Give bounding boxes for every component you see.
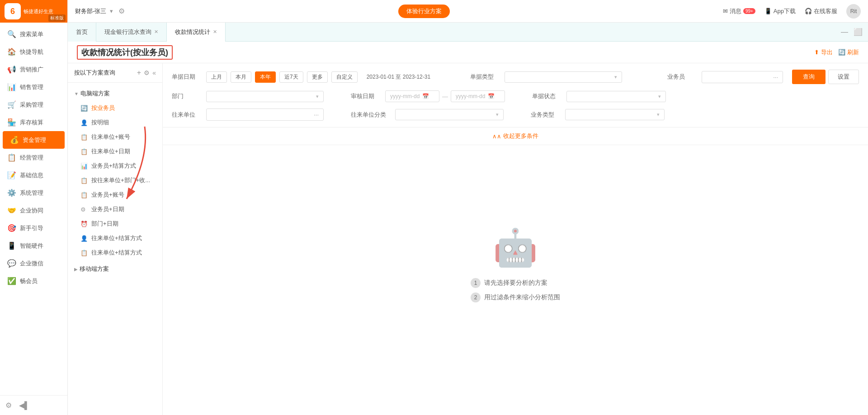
- salesperson-dots-icon[interactable]: ···: [773, 74, 778, 80]
- sidebar-item-guide[interactable]: 🎯 新手引导: [0, 219, 67, 237]
- query-button[interactable]: 查询: [792, 70, 826, 84]
- date-btn-prev-month[interactable]: 上月: [206, 71, 227, 83]
- sidebar-item-inventory[interactable]: 🏪 库存核算: [0, 113, 67, 131]
- scheme-settings-icon[interactable]: ⚙: [144, 69, 150, 76]
- tree-item-icon-dept-date: ⏰: [80, 221, 89, 227]
- sidebar-bottom: ⚙ ◀▌: [0, 395, 67, 415]
- date-btn-custom[interactable]: 自定义: [331, 71, 358, 83]
- sidebar-item-operations[interactable]: 📋 经营管理: [0, 149, 67, 166]
- unit-select[interactable]: ···: [206, 108, 324, 121]
- filter-settings-button[interactable]: 设置: [828, 70, 859, 84]
- tree-item-unit-settle2[interactable]: 📋 往来单位+结算方式: [68, 245, 162, 260]
- sidebar-settings-icon[interactable]: ⚙: [5, 401, 12, 410]
- bill-type-select[interactable]: ▾: [505, 71, 622, 83]
- refresh-button[interactable]: 🔄 刷新: [838, 48, 859, 57]
- wechat-icon: 💬: [7, 259, 16, 268]
- app-download-button[interactable]: 📱 App下载: [764, 7, 796, 15]
- sidebar-item-member[interactable]: ✅ 畅会员: [0, 272, 67, 290]
- collapse-bar[interactable]: ∧∧ 收起更多条件: [163, 127, 868, 145]
- filter-section: 单据日期 上月 本月 本年 近7天 更多 自定义 2023-01-01 至 20…: [163, 63, 868, 127]
- review-date-start[interactable]: yyyy-mm-dd 📅: [385, 90, 439, 102]
- tab-bank-close-icon[interactable]: ✕: [154, 29, 158, 35]
- panel-collapse-icon[interactable]: «: [152, 69, 156, 76]
- header-gear-icon[interactable]: ⚙: [118, 7, 125, 15]
- message-icon: ✉: [723, 8, 728, 14]
- trial-button[interactable]: 体验行业方案: [398, 5, 450, 18]
- sidebar-collapse-icon[interactable]: ◀▌: [19, 401, 29, 410]
- window-maximize-icon[interactable]: ⬜: [854, 28, 863, 36]
- app-download-label: App下载: [774, 7, 796, 15]
- unit-label: 往来单位: [172, 111, 197, 119]
- export-button[interactable]: ⬆ 导出: [814, 48, 833, 57]
- tree-item-label: 往来单位+结算方式: [91, 249, 142, 257]
- tree-item-sp-date[interactable]: ⚙ 业务员+日期: [68, 202, 162, 217]
- tree-item-icon-unit-account: 📋: [80, 134, 89, 141]
- tree-item-unit-account[interactable]: 📋 往来单位+账号: [68, 130, 162, 144]
- sidebar-item-wechat[interactable]: 💬 企业微信: [0, 255, 67, 272]
- tree-item-dept-date[interactable]: ⏰ 部门+日期: [68, 217, 162, 231]
- sidebar-item-basic[interactable]: 📝 基础信息: [0, 166, 67, 184]
- collapse-icon: ∧∧: [492, 133, 501, 140]
- sidebar-item-search[interactable]: 🔍 搜索菜单: [0, 25, 67, 43]
- sidebar-item-system[interactable]: ⚙️ 系统管理: [0, 184, 67, 202]
- calendar-icon: 📅: [422, 93, 429, 99]
- empty-robot-icon: 🤖: [493, 226, 538, 269]
- unit-category-select[interactable]: ▾: [395, 109, 504, 120]
- tree-item-by-detail[interactable]: 👤 按明细: [68, 115, 162, 130]
- sidebar-item-hardware[interactable]: 📱 智能硬件: [0, 237, 67, 255]
- finance-icon: 💰: [10, 136, 19, 144]
- date-btn-this-month[interactable]: 本月: [231, 71, 251, 83]
- dept-label: 部门: [172, 92, 197, 100]
- brand-name: 畅捷通好生意: [24, 8, 53, 15]
- tab-collect[interactable]: 收款情况统计 ✕: [167, 23, 226, 42]
- tree-item-label: 往来单位+结算方式: [91, 234, 142, 242]
- left-panel: 按以下方案查询 + ⚙ « ▼ 电脑端方案 🔄 按业务员 👤: [68, 63, 163, 415]
- sidebar-item-label: 资金管理: [23, 136, 46, 144]
- app-download-icon: 📱: [764, 8, 772, 14]
- user-avatar[interactable]: Rit: [846, 4, 861, 19]
- message-button[interactable]: ✉ 消息 99+: [723, 7, 755, 15]
- dept-chevron-icon: ▾: [316, 94, 319, 99]
- tab-home-label: 首页: [76, 28, 88, 36]
- dept-select[interactable]: ▾: [206, 91, 324, 102]
- sidebar-item-marketing[interactable]: 📢 营销推广: [0, 61, 67, 78]
- business-type-select[interactable]: ▾: [565, 109, 665, 120]
- window-minimize-icon[interactable]: —: [841, 28, 848, 36]
- online-service-button[interactable]: 🎧 在线客服: [805, 7, 837, 15]
- tree-item-label: 业务员+账号: [91, 191, 124, 199]
- tree-item-icon-unit-date: 📋: [80, 148, 89, 155]
- tab-collect-close-icon[interactable]: ✕: [213, 29, 217, 35]
- tree-item-unit-date[interactable]: 📋 往来单位+日期: [68, 144, 162, 159]
- tree-mobile[interactable]: ▶ 移动端方案: [68, 262, 162, 276]
- guide-icon: 🎯: [7, 224, 16, 232]
- review-date-end[interactable]: yyyy-mm-dd 📅: [451, 90, 505, 102]
- salesperson-select[interactable]: ···: [702, 71, 783, 83]
- date-btn-7days[interactable]: 近7天: [279, 71, 303, 83]
- sidebar-item-label: 畅会员: [20, 277, 38, 285]
- date-btn-more[interactable]: 更多: [307, 71, 328, 83]
- enterprise-icon: 🤝: [7, 206, 16, 215]
- bill-status-select[interactable]: ▾: [566, 91, 666, 102]
- workspace-chevron-icon[interactable]: ▾: [110, 8, 113, 14]
- tree-desktop[interactable]: ▼ 电脑端方案: [68, 86, 162, 101]
- tab-bank[interactable]: 现金银行流水查询 ✕: [96, 23, 167, 42]
- left-panel-header: 按以下方案查询 + ⚙ «: [68, 63, 162, 83]
- refresh-icon: 🔄: [838, 49, 845, 56]
- sidebar-item-sales[interactable]: 📊 销售管理: [0, 78, 67, 96]
- date-btn-this-year[interactable]: 本年: [255, 71, 276, 83]
- tree-item-unit-settle1[interactable]: 👤 往来单位+结算方式: [68, 231, 162, 245]
- tree-item-salesperson-settle[interactable]: 📊 业务员+结算方式: [68, 159, 162, 173]
- add-scheme-icon[interactable]: +: [137, 69, 141, 77]
- filter-row-3: 往来单位 ··· 往来单位分类 ▾ 业务类型 ▾: [172, 108, 859, 121]
- sidebar-item-finance[interactable]: 💰 资金管理: [3, 131, 65, 149]
- sidebar: 6 畅捷通好生意 标准版 🔍 搜索菜单 🏠 快捷导航 📢 营销推广 📊 销售管理…: [0, 0, 68, 415]
- tree-item-sp-account[interactable]: 📋 业务员+账号: [68, 188, 162, 202]
- sidebar-item-quicknav[interactable]: 🏠 快捷导航: [0, 43, 67, 61]
- content-area: 按以下方案查询 + ⚙ « ▼ 电脑端方案 🔄 按业务员 👤: [68, 63, 868, 415]
- sidebar-item-purchase[interactable]: 🛒 采购管理: [0, 96, 67, 113]
- unit-dots-icon[interactable]: ···: [314, 111, 319, 118]
- sidebar-item-enterprise[interactable]: 🤝 企业协同: [0, 202, 67, 219]
- tree-item-by-salesperson[interactable]: 🔄 按业务员: [68, 101, 162, 115]
- tree-item-unit-dept-collect[interactable]: 📋 按往来单位+部门+收...: [68, 173, 162, 188]
- tab-home[interactable]: 首页: [68, 23, 96, 42]
